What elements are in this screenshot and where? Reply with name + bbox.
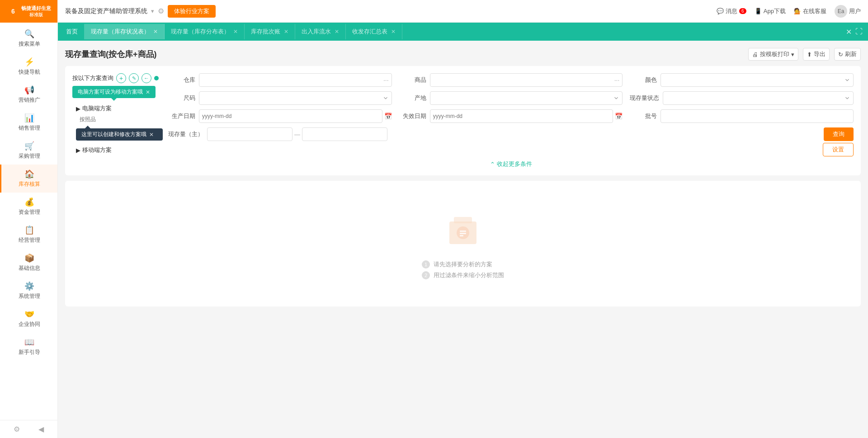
message-btn[interactable]: 💬 消息 6 — [717, 7, 746, 15]
filter-stock-qty: 现存量（主） — — [168, 127, 387, 141]
step2-label: 用过滤条件来缩小分析范围 — [434, 271, 504, 279]
filter-label: 按以下方案查询 — [72, 74, 113, 82]
tab-close-all-icon[interactable]: ✕ — [846, 28, 852, 36]
sidebar-item-base[interactable]: 📦 基础信息 — [0, 249, 57, 277]
collapse-btn[interactable]: ⌃ 收起更多条件 — [490, 160, 532, 168]
tab-inventory-dist-close[interactable]: ✕ — [233, 28, 238, 35]
scheme-desktop-toggle[interactable]: ▶ 电脑端方案 — [72, 103, 163, 114]
sidebar-item-sales[interactable]: 📊 销售管理 — [0, 108, 57, 137]
tab-home[interactable]: 首页 — [60, 24, 85, 39]
user-btn[interactable]: Ea 用户 — [835, 5, 861, 18]
edit-scheme-btn[interactable]: ✎ — [129, 73, 139, 83]
sidebar-item-finance[interactable]: 💰 资金管理 — [0, 193, 57, 221]
scheme-mobile-toggle[interactable]: ▶ 移动端方案 — [72, 144, 163, 156]
goods-input[interactable] — [430, 74, 612, 86]
search-icon: 🔍 — [24, 29, 34, 39]
tooltips-area: 电脑方案可设为移动方案哦 ✕ — [72, 86, 163, 98]
system-name: 装备及固定资产辅助管理系统 — [65, 7, 147, 15]
base-icon: 📦 — [24, 253, 34, 263]
prod-date-input[interactable] — [199, 109, 382, 123]
tab-inventory-status[interactable]: 现存量（库存状况表） ✕ — [85, 24, 165, 39]
collapse-arrow-icon: ⌃ — [490, 161, 495, 168]
stock-status-select[interactable] — [663, 91, 854, 105]
sidebar-item-search-label: 搜索菜单 — [19, 40, 40, 48]
prod-date-calendar-icon[interactable]: 📅 — [384, 113, 392, 120]
collapse-sidebar-icon[interactable]: ◀ — [38, 425, 44, 433]
sidebar-item-corp[interactable]: 🤝 企业协同 — [0, 305, 57, 333]
app-download-label: App下载 — [764, 7, 786, 15]
operations-icon: 📋 — [24, 225, 34, 235]
tab-inventory-dist[interactable]: 现存量（库存分布表） ✕ — [165, 24, 245, 39]
sidebar-item-inventory[interactable]: 🏠 库存核算 — [0, 165, 57, 193]
empty-illustration — [440, 208, 486, 253]
export-btn[interactable]: ⬆ 导出 — [803, 48, 830, 61]
tab-recv-close[interactable]: ✕ — [391, 28, 396, 35]
tab-batch-close[interactable]: ✕ — [284, 28, 288, 35]
app-download-btn[interactable]: 📱 App下载 — [755, 7, 786, 15]
sidebar-item-system[interactable]: ⚙️ 系统管理 — [0, 277, 57, 305]
tab-inventory-status-close[interactable]: ✕ — [153, 28, 158, 35]
scheme-desktop-group: ▶ 电脑端方案 按照品 — [72, 103, 163, 125]
print-btn[interactable]: 🖨 按模板打印 ▾ — [748, 48, 798, 61]
tab-recv[interactable]: 收发存汇总表 ✕ — [346, 24, 402, 39]
finance-icon: 💰 — [24, 197, 34, 207]
refresh-btn[interactable]: ↻ 刷新 — [834, 48, 861, 61]
sidebar-item-search[interactable]: 🔍 搜索菜单 — [0, 24, 57, 52]
scheme-desktop-item-1[interactable]: 按照品 — [72, 114, 163, 125]
sidebar-item-nav[interactable]: ⚡ 快捷导航 — [0, 52, 57, 80]
sidebar-item-purchase-label: 采购管理 — [19, 152, 40, 160]
tab-batch-label: 库存批次账 — [251, 28, 280, 36]
nav-icon: ⚡ — [24, 57, 34, 67]
top-header: 装备及固定资产辅助管理系统 ▾ ⚙ 体验行业方案 💬 消息 6 📱 App下载 … — [58, 0, 868, 23]
add-scheme-btn[interactable]: + — [116, 73, 126, 83]
stock-qty-min[interactable] — [207, 127, 292, 141]
stock-qty-max[interactable] — [302, 127, 387, 141]
tab-fullscreen-icon[interactable]: ⛶ — [855, 28, 863, 36]
sidebar-nav: 🔍 搜索菜单 ⚡ 快捷导航 📢 营销推广 📊 销售管理 🛒 采购管理 🏠 库存核… — [0, 23, 57, 420]
refresh-icon: ↻ — [838, 51, 843, 58]
batch-input[interactable] — [660, 109, 854, 123]
tab-recv-label: 收发存汇总表 — [352, 28, 387, 36]
expiry-date-calendar-icon[interactable]: 📅 — [615, 113, 623, 120]
color-select[interactable] — [660, 73, 854, 87]
svg-rect-7 — [460, 235, 463, 236]
goods-dots-icon[interactable]: ··· — [612, 76, 623, 84]
color-label: 颜色 — [630, 76, 657, 84]
filter-fields: 仓库 ··· 商品 ··· — [168, 73, 854, 168]
tab-bar: 首页 现存量（库存状况表） ✕ 现存量（库存分布表） ✕ 库存批次账 ✕ 出入库… — [58, 23, 868, 41]
tab-inout-close[interactable]: ✕ — [335, 28, 339, 35]
tab-inventory-dist-label: 现存量（库存分布表） — [171, 28, 230, 36]
warehouse-dots-icon[interactable]: ··· — [381, 76, 392, 84]
sidebar-bottom: ⚙ ◀ — [0, 420, 57, 438]
stock-qty-label: 现存量（主） — [168, 130, 203, 138]
search-btn[interactable]: 查询 — [824, 127, 854, 141]
sidebar-item-guide[interactable]: 📖 新手引导 — [0, 333, 57, 361]
filter-header: 按以下方案查询 + ✎ ← — [72, 73, 163, 83]
tab-batch[interactable]: 库存批次账 ✕ — [245, 24, 295, 39]
sidebar-item-nav-label: 快捷导航 — [19, 68, 40, 76]
settings-gear-icon[interactable]: ⚙ — [158, 7, 164, 15]
online-service-btn[interactable]: 💁 在线客服 — [794, 7, 826, 15]
sidebar-item-marketing[interactable]: 📢 营销推广 — [0, 80, 57, 108]
tooltip2-close[interactable]: ✕ — [149, 132, 154, 138]
settings-icon[interactable]: ⚙ — [14, 425, 20, 433]
filter-row-1: 仓库 ··· 商品 ··· — [168, 73, 854, 87]
reset-btn[interactable]: 设置 — [823, 143, 854, 156]
sidebar-item-sales-label: 销售管理 — [19, 124, 40, 132]
expiry-date-input[interactable] — [430, 109, 613, 123]
sidebar-item-purchase[interactable]: 🛒 采购管理 — [0, 137, 57, 165]
import-scheme-btn[interactable]: ← — [142, 73, 151, 83]
filter-panel: 按以下方案查询 + ✎ ← 电脑方案可设为移动方案哦 ✕ — [65, 66, 861, 175]
origin-select[interactable] — [430, 91, 623, 105]
tooltip1-close[interactable]: ✕ — [146, 89, 150, 95]
sidebar-item-operations[interactable]: 📋 经营管理 — [0, 221, 57, 249]
svg-rect-3 — [454, 217, 472, 223]
trial-btn[interactable]: 体验行业方案 — [168, 5, 216, 18]
warehouse-input[interactable] — [199, 74, 381, 86]
page-title: 现存量查询(按仓库+商品) — [65, 49, 157, 60]
page-actions: 🖨 按模板打印 ▾ ⬆ 导出 ↻ 刷新 — [748, 48, 861, 61]
svg-rect-5 — [460, 231, 466, 232]
tab-inout[interactable]: 出入库流水 ✕ — [295, 24, 346, 39]
dropdown-arrow-icon[interactable]: ▾ — [151, 8, 154, 14]
size-select[interactable] — [199, 91, 392, 105]
